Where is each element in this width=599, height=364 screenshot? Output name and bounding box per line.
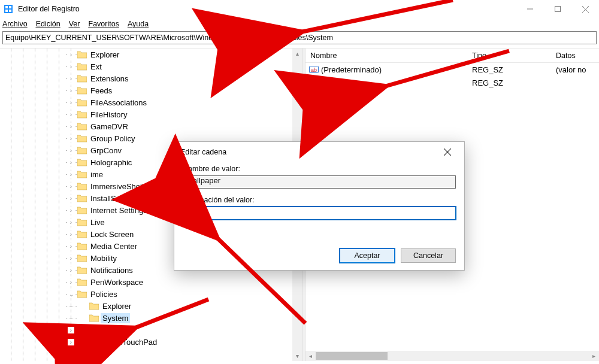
list-header: Nombre Tipo Datos xyxy=(305,48,599,63)
tree-item-system[interactable]: System xyxy=(77,312,292,324)
expand-icon[interactable]: › xyxy=(68,279,74,286)
tree-item-filehistory[interactable]: ›FileHistory xyxy=(77,108,292,120)
scroll-up-icon[interactable]: ▴ xyxy=(292,48,302,59)
expand-icon[interactable]: › xyxy=(68,159,74,166)
tree-item-label: FileAssociations xyxy=(89,98,149,108)
string-value-icon: ab xyxy=(309,65,319,74)
tree-item-label: Media Center xyxy=(89,241,139,251)
menu-help[interactable]: Ayuda xyxy=(128,20,149,28)
tree-item-label: System xyxy=(101,313,130,323)
svg-rect-6 xyxy=(555,7,561,12)
tree-item-gamedvr[interactable]: ›GameDVR xyxy=(77,120,292,132)
expand-icon[interactable]: › xyxy=(68,75,74,82)
tree-item-ext[interactable]: ›Ext xyxy=(77,60,292,72)
tree-item-label: Policies xyxy=(89,289,119,299)
expand-icon[interactable]: › xyxy=(68,183,74,190)
tree-item-explorer[interactable]: ›Explorer xyxy=(77,48,292,60)
col-data[interactable]: Datos xyxy=(551,51,599,60)
minimize-button[interactable] xyxy=(516,0,544,18)
value-name: Wallpaper xyxy=(321,78,356,87)
window-titlebar: Editor del Registro xyxy=(0,0,599,18)
tree-item-label: GameDVR xyxy=(89,122,130,132)
menu-view[interactable]: Ver xyxy=(69,20,80,28)
expand-icon[interactable]: › xyxy=(68,207,74,214)
expand-icon[interactable]: › xyxy=(68,51,74,58)
hscroll-left-icon[interactable]: ◂ xyxy=(305,351,316,361)
expand-icon[interactable]: › xyxy=(68,171,74,178)
edit-string-dialog: Editar cadena Nombre de valor: Wallpaper… xyxy=(174,141,465,271)
tree-item-explorer[interactable]: Explorer xyxy=(77,300,292,312)
expand-icon[interactable]: › xyxy=(68,63,74,70)
expand-icon[interactable]: › xyxy=(68,243,74,250)
tree-item-precisiontouchpad[interactable]: ›PrecisionTouchPad xyxy=(77,336,292,348)
tree-item-label: Internet Settings xyxy=(89,205,149,216)
svg-text:ab: ab xyxy=(311,67,317,73)
address-bar[interactable]: Equipo\HKEY_CURRENT_USER\SOFTWARE\Micros… xyxy=(2,31,597,44)
col-type[interactable]: Tipo xyxy=(467,51,551,60)
expand-icon[interactable]: › xyxy=(68,327,74,333)
expand-icon[interactable]: › xyxy=(68,87,74,94)
tree-item-label: ImmersiveShell xyxy=(89,181,146,192)
tree-item-label: Lock Screen xyxy=(89,229,135,239)
maximize-button[interactable] xyxy=(544,0,571,18)
value-name-text: Wallpaper xyxy=(186,176,220,185)
tree-item-feeds[interactable]: ›Feeds xyxy=(77,84,292,96)
tree-item-label: Explorer xyxy=(101,301,133,311)
hscroll-thumb[interactable] xyxy=(316,352,388,360)
tree-item-label: Holographic xyxy=(89,157,134,168)
tree-item-policies[interactable]: ⌄Policies xyxy=(77,288,292,300)
cancel-button[interactable]: Cancelar xyxy=(401,248,456,263)
dialog-titlebar: Editar cadena xyxy=(174,142,464,162)
value-data-field[interactable] xyxy=(183,207,456,220)
tree-item-fileassociations[interactable]: ›FileAssociations xyxy=(77,96,292,108)
collapse-icon[interactable]: ⌄ xyxy=(68,291,74,298)
tree-item-label: Extensions xyxy=(89,74,131,84)
ok-button[interactable]: Aceptar xyxy=(340,248,395,263)
tree-item-label: Feeds xyxy=(89,86,114,96)
expand-icon[interactable]: › xyxy=(68,219,74,226)
value-row[interactable]: abWallpaperREG_SZ xyxy=(305,76,599,89)
menu-edit[interactable]: Edición xyxy=(36,20,60,28)
value-name: (Predeterminado) xyxy=(321,65,382,74)
hscroll-right-icon[interactable]: ▸ xyxy=(589,351,599,361)
expand-icon[interactable]: › xyxy=(68,147,74,154)
menu-favorites[interactable]: Favoritos xyxy=(88,20,119,28)
expand-icon[interactable]: › xyxy=(68,339,74,345)
dialog-title: Editar cadena xyxy=(180,148,226,156)
expand-icon[interactable]: › xyxy=(68,135,74,142)
value-data: (valor no xyxy=(551,65,599,74)
string-value-icon: ab xyxy=(309,78,319,87)
tree-item-label: Notifications xyxy=(89,265,135,275)
tree-item-extensions[interactable]: ›Extensions xyxy=(77,72,292,84)
expand-icon[interactable]: › xyxy=(68,123,74,130)
value-name-field[interactable]: Wallpaper xyxy=(183,175,456,189)
values-hscroll[interactable]: ◂ ▸ xyxy=(305,351,599,361)
close-icon xyxy=(444,148,451,156)
window-title: Editor del Registro xyxy=(18,5,80,13)
tree-item-penworkspace[interactable]: ›PenWorkspace xyxy=(77,276,292,288)
value-data-label: Información del valor: xyxy=(183,196,456,204)
expand-icon[interactable]: › xyxy=(68,99,74,106)
regedit-app-icon xyxy=(4,4,13,14)
tree-item-label: Group Policy xyxy=(89,134,137,144)
col-name[interactable]: Nombre xyxy=(305,51,467,60)
tree-item-label: FileHistory xyxy=(89,110,129,120)
tree-item-powercpl[interactable]: ›PowerCPL xyxy=(77,324,292,336)
scroll-down-icon[interactable]: ▾ xyxy=(292,351,302,361)
address-path: Equipo\HKEY_CURRENT_USER\SOFTWARE\Micros… xyxy=(5,34,333,42)
expand-icon[interactable]: › xyxy=(68,111,74,118)
list-rows: ab(Predeterminado)REG_SZ(valor noabWallp… xyxy=(305,63,599,89)
expand-icon[interactable]: › xyxy=(68,195,74,202)
expand-icon[interactable]: › xyxy=(68,267,74,274)
dialog-close-button[interactable] xyxy=(437,144,458,160)
expand-icon[interactable]: › xyxy=(68,231,74,238)
value-row[interactable]: ab(Predeterminado)REG_SZ(valor no xyxy=(305,63,599,76)
svg-text:ab: ab xyxy=(311,80,317,86)
menu-file[interactable]: Archivo xyxy=(2,20,28,28)
tree-item-label: PrecisionTouchPad xyxy=(89,337,159,347)
close-button[interactable] xyxy=(571,0,599,18)
expand-icon[interactable]: › xyxy=(68,255,74,262)
tree-item-label: ime xyxy=(89,169,105,180)
window-controls xyxy=(516,0,599,18)
svg-rect-1 xyxy=(5,6,8,8)
